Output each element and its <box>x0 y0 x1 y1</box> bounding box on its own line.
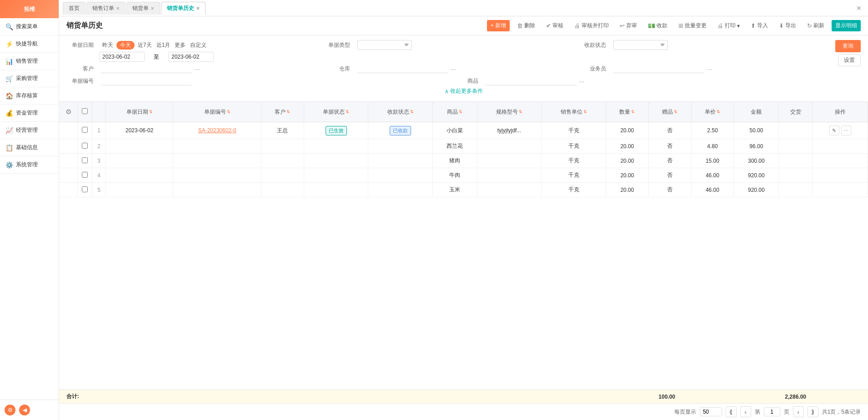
shortcut-custom[interactable]: 自定义 <box>189 41 208 50</box>
show-detail-btn[interactable]: 显示明细 <box>832 20 861 31</box>
col-payment-status[interactable]: 收款状态 ⇅ <box>368 102 433 122</box>
close-all-tabs-btn[interactable]: ✕ <box>853 5 864 12</box>
delete-btn[interactable]: 🗑 删除 <box>513 20 539 31</box>
cell-checkbox[interactable] <box>78 183 92 197</box>
date-to-input[interactable] <box>168 52 214 62</box>
col-product[interactable]: 商品 ⇅ <box>433 102 477 122</box>
col-unit-price[interactable]: 单价 ⇅ <box>691 102 734 122</box>
audit-btn-label: 审核 <box>552 22 563 30</box>
warehouse-input[interactable] <box>357 65 448 73</box>
row-checkbox[interactable] <box>82 143 88 149</box>
shortcut-more[interactable]: 更多 <box>173 41 187 50</box>
filter-row-2: 客户 ··· 仓库 ··· 业务员 ··· <box>66 65 828 73</box>
cell-gift: 否 <box>648 183 691 197</box>
doc-type-select[interactable] <box>357 40 412 50</box>
warehouse-picker-btn[interactable]: ··· <box>451 65 457 73</box>
col-doc-status[interactable]: 单据状态 ⇅ <box>304 102 368 122</box>
shortcut-today[interactable]: 今天 <box>116 41 135 50</box>
payment-status-select[interactable] <box>613 40 668 50</box>
row-checkbox[interactable] <box>82 186 88 192</box>
customer-input[interactable] <box>101 65 192 73</box>
cell-row-num: 4 <box>92 168 106 183</box>
cell-checkbox[interactable] <box>78 122 92 139</box>
next-page-btn[interactable]: › <box>793 406 804 417</box>
col-qty[interactable]: 数量 ⇅ <box>606 102 649 122</box>
sidebar-item-sales-mgmt[interactable]: 📊 销售管理 <box>0 53 59 70</box>
doc-no-link[interactable]: SA-20230602-0 <box>198 127 236 134</box>
per-page-select[interactable]: 50 100 <box>700 407 722 416</box>
prev-page-btn[interactable]: ‹ <box>740 406 751 417</box>
col-spec[interactable]: 规格型号 ⇅ <box>477 102 542 122</box>
audit-print-btn[interactable]: 🖨 审核并打印 <box>571 20 612 31</box>
cell-unit-price: 46.00 <box>691 168 734 183</box>
select-all-checkbox[interactable] <box>82 108 88 114</box>
sidebar-item-inventory[interactable]: 🏠 库存核算 <box>0 87 59 105</box>
import-btn[interactable]: ⬆ 导入 <box>747 20 772 31</box>
add-btn[interactable]: + 新增 <box>487 20 510 31</box>
query-btn[interactable]: 查询 <box>835 40 861 52</box>
sidebar-collapse-btn[interactable]: ◀ <box>19 405 30 415</box>
collect-btn[interactable]: 💵 收款 <box>644 20 671 31</box>
export-btn[interactable]: ⬇ 导出 <box>775 20 800 31</box>
tab-close-icon[interactable]: ✕ <box>151 6 154 11</box>
col-gift[interactable]: 赠品 ⇅ <box>648 102 691 122</box>
more-btn[interactable]: ⋯ <box>841 125 851 135</box>
salesperson-input[interactable] <box>613 65 704 73</box>
sidebar-item-label: 经营管理 <box>16 126 38 134</box>
refresh-btn[interactable]: ↻ 刷新 <box>803 20 828 31</box>
col-doc-no[interactable]: 单据编号 ⇅ <box>173 102 261 122</box>
audit-btn[interactable]: ✔ 审核 <box>542 20 567 31</box>
sidebar-item-basic-info[interactable]: 📋 基础信息 <box>0 139 59 156</box>
col-date[interactable]: 单据日期 ⇅ <box>106 102 173 122</box>
col-settings[interactable]: ⚙ <box>59 102 78 122</box>
cell-doc-no <box>173 168 261 183</box>
first-page-btn[interactable]: ⟪ <box>726 406 737 417</box>
date-from-input[interactable] <box>99 52 145 62</box>
tab-sales-delivery[interactable]: 销货单 ✕ <box>126 2 160 15</box>
shortcut-1month[interactable]: 近1月 <box>155 41 172 50</box>
sidebar-item-search-menu[interactable]: 🔍 搜索菜单 <box>0 18 59 35</box>
sidebar-item-quick-nav[interactable]: ⚡ 快捷导航 <box>0 35 59 53</box>
cell-checkbox[interactable] <box>78 154 92 168</box>
sidebar-item-label: 搜索菜单 <box>16 23 38 30</box>
last-page-btn[interactable]: ⟫ <box>808 406 818 417</box>
abandon-icon: ↩ <box>620 22 625 29</box>
tab-sales-history[interactable]: 销货单历史 ✕ <box>161 2 206 15</box>
doc-number-input[interactable] <box>101 77 192 85</box>
tab-close-icon[interactable]: ✕ <box>196 6 200 11</box>
batch-change-btn[interactable]: ⊞ 批量变更 <box>675 20 710 31</box>
cell-qty: 20.00 <box>606 122 649 139</box>
row-checkbox[interactable] <box>82 157 88 163</box>
sidebar-item-operations[interactable]: 📈 经营管理 <box>0 122 59 139</box>
shortcut-7days[interactable]: 近7天 <box>136 41 153 50</box>
page-number-input[interactable] <box>764 407 780 416</box>
salesperson-picker-btn[interactable]: ··· <box>707 65 712 73</box>
cell-checkbox[interactable] <box>78 139 92 154</box>
col-customer[interactable]: 客户 ⇅ <box>261 102 304 122</box>
main-area: 首页 销售订单 ✕ 销货单 ✕ 销货单历史 ✕ ✕ 销货单历史 + 新增 🗑 <box>59 0 868 420</box>
row-checkbox[interactable] <box>82 172 88 178</box>
tab-close-icon[interactable]: ✕ <box>116 6 120 11</box>
sidebar-item-system-mgmt[interactable]: ⚙️ 系统管理 <box>0 156 59 174</box>
filter-settings-btn[interactable]: 设置 <box>838 54 861 66</box>
sidebar-settings-btn[interactable]: ⚙ <box>5 405 15 415</box>
customer-picker-btn[interactable]: ··· <box>195 65 200 73</box>
collapse-filter-btn[interactable]: ∧ 收起更多条件 <box>66 85 861 97</box>
shortcut-yesterday[interactable]: 昨天 <box>101 41 115 50</box>
table-settings-icon[interactable]: ⚙ <box>62 105 75 118</box>
gear-icon: ⚙️ <box>5 161 13 169</box>
abandon-btn[interactable]: ↩ 弃审 <box>616 20 641 31</box>
cell-checkbox[interactable] <box>78 168 92 183</box>
cell-unit: 千克 <box>542 183 606 197</box>
print-btn[interactable]: 🖨 打印 ▾ <box>714 20 743 31</box>
cell-date <box>106 154 173 168</box>
col-unit[interactable]: 销售单位 ⇅ <box>542 102 606 122</box>
row-checkbox[interactable] <box>82 127 88 133</box>
sidebar-item-purchase-mgmt[interactable]: 🛒 采购管理 <box>0 70 59 87</box>
product-picker-btn[interactable]: ··· <box>579 78 585 85</box>
tab-home[interactable]: 首页 <box>63 2 85 15</box>
product-input[interactable] <box>486 77 577 85</box>
sidebar-item-finance[interactable]: 💰 资金管理 <box>0 105 59 122</box>
tab-sales-order[interactable]: 销售订单 ✕ <box>86 2 125 15</box>
edit-btn[interactable]: ✎ <box>829 125 839 135</box>
